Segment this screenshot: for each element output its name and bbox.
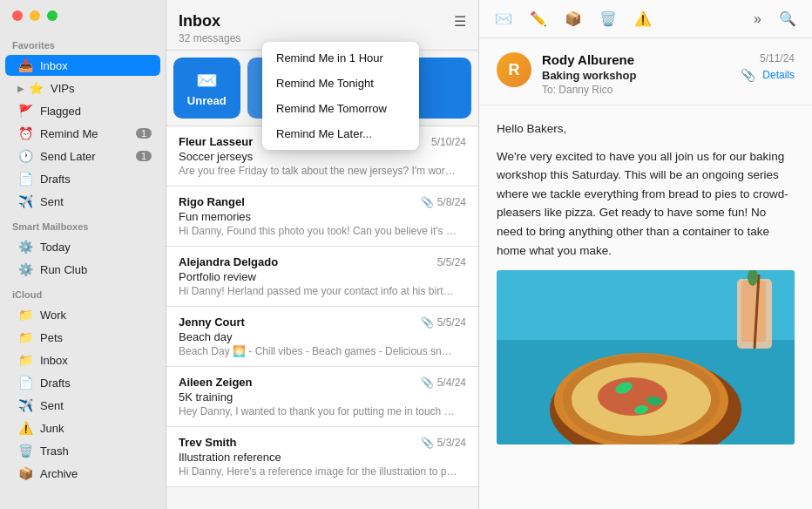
sender-avatar: R	[497, 52, 531, 87]
email-preview: Hi Danny, Here's a reference image for t…	[179, 465, 457, 478]
junk-toolbar-icon[interactable]: ⚠️	[633, 9, 653, 29]
detail-to: To: Danny Rico	[542, 84, 730, 96]
sidebar-item-pets[interactable]: 📁 Pets	[5, 327, 160, 348]
body-greeting: Hello Bakers,	[497, 119, 795, 139]
sidebar-item-label: Archive	[40, 467, 78, 480]
inbox-icon: 📥	[17, 58, 33, 73]
sidebar-item-label: Sent	[40, 399, 64, 412]
email-sender: Trev Smith	[179, 436, 236, 449]
email-preview: Are you free Friday to talk about the ne…	[179, 165, 457, 177]
sidebar-item-label: Flagged	[40, 105, 81, 118]
remind-tonight[interactable]: Remind Me Tonight	[262, 71, 419, 96]
sent-icloud-icon: ✈️	[17, 397, 33, 413]
remind-1-hour[interactable]: Remind Me in 1 Hour	[262, 45, 419, 71]
list-item[interactable]: Alejandra Delgado 5/5/24 Portfolio revie…	[166, 247, 478, 307]
filter-icon[interactable]: ☰	[454, 13, 466, 30]
sidebar-item-drafts-icloud[interactable]: 📄 Drafts	[5, 372, 160, 393]
reply-icon[interactable]: ✉️	[493, 9, 514, 29]
maximize-button[interactable]	[47, 10, 58, 21]
send-later-badge: 1	[136, 151, 152, 161]
email-subject: Illustration reference	[179, 451, 466, 464]
inbox-icloud-icon: 📁	[17, 352, 33, 368]
email-sender: Aileen Zeigen	[179, 376, 253, 389]
list-item[interactable]: Aileen Zeigen 📎 5/4/24 5K training Hey D…	[166, 367, 478, 427]
sidebar-item-inbox-icloud[interactable]: 📁 Inbox	[5, 350, 160, 370]
sidebar-item-junk[interactable]: ⚠️ Junk	[5, 417, 160, 438]
list-item[interactable]: Rigo Rangel 📎 5/8/24 Fun memories Hi Dan…	[166, 187, 478, 247]
sidebar-item-label: Drafts	[40, 377, 71, 390]
email-subject: Soccer jerseys	[179, 150, 466, 163]
list-item[interactable]: Jenny Court 📎 5/5/24 Beach day Beach Day…	[166, 307, 478, 367]
vips-icon: ⭐	[28, 80, 44, 96]
remind-me-badge: 1	[136, 128, 152, 139]
sidebar-item-run-club[interactable]: ⚙️ Run Club	[5, 259, 160, 280]
email-list: Fleur Lasseur 5/10/24 Soccer jerseys Are…	[166, 126, 478, 509]
sidebar-item-work[interactable]: 📁 Work	[5, 304, 160, 325]
details-link[interactable]: Details	[762, 69, 795, 81]
compose-icon[interactable]: ✏️	[528, 9, 549, 29]
sidebar-item-label: Inbox	[40, 59, 68, 72]
more-icon[interactable]: »	[752, 10, 763, 29]
sidebar-item-label: Remind Me	[40, 127, 98, 140]
email-preview: Beach Day 🌅 - Chill vibes - Beach games …	[179, 345, 457, 357]
delete-icon[interactable]: 🗑️	[598, 9, 619, 29]
sidebar-item-drafts[interactable]: 📄 Drafts	[5, 168, 160, 189]
remind-later[interactable]: Remind Me Later...	[262, 121, 419, 146]
sidebar-item-sent-icloud[interactable]: ✈️ Sent	[5, 395, 160, 416]
sidebar-item-label: Drafts	[40, 173, 71, 186]
sidebar-item-label: Work	[40, 309, 66, 322]
email-subject: Portfolio review	[179, 270, 466, 283]
drafts-icloud-icon: 📄	[17, 375, 33, 390]
chevron-icon: ▶	[17, 84, 24, 93]
email-list-panel: Inbox ☰ 32 messages ✉️ Unread Rem... Rod…	[166, 0, 479, 509]
pets-icon: 📁	[17, 329, 33, 345]
remind-me-icon: ⏰	[17, 126, 33, 141]
email-date: 5/8/24	[437, 196, 466, 208]
email-image	[497, 270, 795, 445]
minimize-button[interactable]	[30, 10, 40, 21]
icloud-label: iCloud	[0, 281, 166, 303]
sidebar-item-send-later[interactable]: 🕐 Send Later 1	[5, 146, 160, 166]
favorites-section-label: Favorites	[0, 31, 166, 54]
email-date: 5/5/24	[437, 256, 466, 268]
close-button[interactable]	[12, 10, 23, 21]
email-subject: Fun memories	[179, 210, 466, 223]
unread-label: Unread	[187, 94, 227, 107]
work-icon: 📁	[17, 307, 33, 322]
email-preview: Hey Danny, I wanted to thank you for put…	[179, 405, 457, 417]
flagged-icon: 🚩	[17, 103, 33, 119]
today-icon: ⚙️	[17, 239, 33, 254]
attachment-icon: 📎	[421, 437, 434, 449]
sidebar-item-archive[interactable]: 📦 Archive	[5, 463, 160, 484]
sidebar-item-remind-me[interactable]: ⏰ Remind Me 1	[5, 123, 160, 144]
sidebar-item-today[interactable]: ⚙️ Today	[5, 236, 160, 257]
sidebar-item-flagged[interactable]: 🚩 Flagged	[5, 100, 160, 121]
search-icon[interactable]: 🔍	[777, 9, 798, 29]
unread-card[interactable]: ✉️ Unread	[173, 58, 240, 119]
sidebar-item-inbox[interactable]: 📥 Inbox	[5, 55, 160, 76]
sidebar-item-label: Junk	[40, 422, 64, 435]
sidebar-item-trash[interactable]: 🗑️ Trash	[5, 440, 160, 461]
email-date: 5/4/24	[437, 377, 466, 389]
svg-rect-3	[741, 281, 766, 342]
archive-toolbar-icon[interactable]: 📦	[563, 9, 584, 29]
sidebar-item-label: Send Later	[40, 150, 96, 163]
detail-toolbar: ✉️ ✏️ 📦 🗑️ ⚠️ » 🔍	[479, 0, 812, 38]
run-club-icon: ⚙️	[17, 261, 33, 277]
list-item[interactable]: Trev Smith 📎 5/3/24 Illustration referen…	[166, 427, 478, 487]
sidebar-item-sent[interactable]: ✈️ Sent	[5, 191, 160, 212]
email-sender: Jenny Court	[179, 316, 245, 329]
sidebar-item-label: Inbox	[40, 354, 68, 367]
sidebar-item-label: Today	[40, 241, 71, 254]
detail-header: R Rody Alburene Baking workshop To: Dann…	[479, 38, 812, 105]
email-date: 5/10/24	[431, 136, 466, 148]
email-preview: Hi Danny, Found this photo you took! Can…	[179, 225, 457, 237]
svg-point-9	[598, 377, 667, 416]
send-later-icon: 🕐	[17, 148, 33, 164]
sidebar-item-vips[interactable]: ▶ ⭐ VIPs	[5, 78, 160, 98]
sidebar-item-label: Pets	[40, 331, 63, 344]
detail-date: 5/11/24	[760, 52, 795, 64]
detail-subject: Baking workshop	[542, 69, 730, 82]
email-subject: 5K training	[179, 390, 466, 404]
remind-tomorrow[interactable]: Remind Me Tomorrow	[262, 96, 419, 121]
